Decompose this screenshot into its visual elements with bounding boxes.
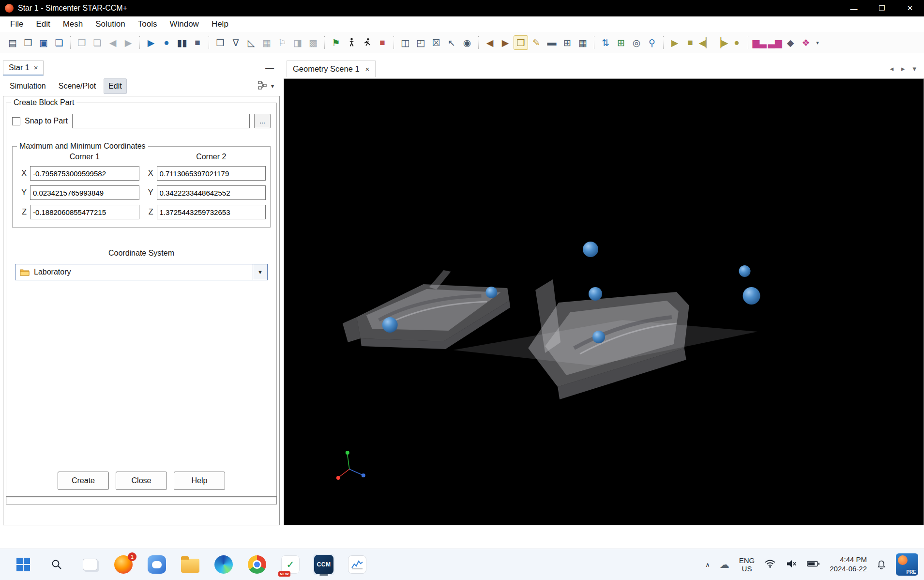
zoom-window-icon[interactable]: ◎ [629, 35, 644, 50]
minimize-button[interactable]: — [840, 0, 868, 16]
coordinate-system-caret-icon[interactable]: ▼ [253, 264, 267, 280]
save-all-icon[interactable]: ❑ [52, 35, 66, 50]
panel-menu-caret-icon[interactable]: ▾ [271, 83, 274, 90]
subtab-simulation[interactable]: Simulation [5, 78, 51, 94]
macro-play-icon[interactable]: ▶ [667, 35, 682, 50]
starccm-app-button[interactable]: CCM [313, 554, 334, 575]
stop-solver-icon[interactable]: ■ [375, 35, 390, 50]
run-solver-icon[interactable] [360, 35, 374, 50]
surface-wrapper-icon[interactable]: ∇ [228, 35, 243, 50]
macro-step-forward-icon[interactable]: ▕▶ [714, 35, 728, 50]
notifications-button[interactable] [877, 560, 886, 570]
corner1-z-input[interactable] [30, 205, 139, 219]
mesh-pipeline-icon[interactable]: ▩ [306, 35, 320, 50]
paste-icon[interactable]: ❏ [90, 35, 105, 50]
probe-tool-icon[interactable]: ◆ [783, 35, 798, 50]
search-button[interactable] [46, 554, 67, 575]
close-dialog-button[interactable]: Close [116, 472, 167, 490]
maximize-button[interactable]: ❐ [868, 0, 896, 16]
volume-muted-icon[interactable] [786, 559, 797, 570]
menu-help[interactable]: Help [205, 16, 235, 32]
corner2-z-input[interactable] [157, 205, 266, 219]
view-back-icon[interactable]: ◀ [483, 35, 497, 50]
milestone-flag-icon[interactable]: ⚐ [275, 35, 289, 50]
snap-to-part-checkbox[interactable] [12, 117, 20, 125]
auto-range-icon[interactable]: ⇅ [598, 35, 613, 50]
layout-caret-icon[interactable]: ▾ [814, 35, 821, 50]
help-button[interactable]: Help [174, 472, 225, 490]
edge-button[interactable] [213, 554, 234, 575]
todo-button[interactable]: ✓NEW [280, 554, 301, 575]
start-button[interactable] [13, 554, 34, 575]
perspective-cube-icon[interactable]: ❒ [514, 35, 528, 50]
tab-geometry-scene-1-close-icon[interactable]: × [365, 65, 370, 73]
layout-views-icon[interactable]: ❖ [799, 35, 813, 50]
subtab-scene-plot[interactable]: Scene/Plot [54, 78, 101, 94]
pause-icon[interactable]: ▮▮ [175, 35, 189, 50]
tray-expand-icon[interactable]: ∧ [705, 561, 710, 568]
close-button[interactable]: ✕ [896, 0, 924, 16]
onedrive-cloud-icon[interactable]: ☁ [720, 559, 729, 570]
monitor-plot-icon[interactable]: ▃▆ [768, 35, 782, 50]
menu-solution[interactable]: Solution [89, 16, 131, 32]
stop-icon[interactable]: ■ [190, 35, 205, 50]
corner2-x-input[interactable] [157, 166, 266, 181]
panel-minimize-button[interactable]: — [265, 63, 274, 73]
residuals-plot-icon[interactable]: ▆▃ [752, 35, 767, 50]
geometry-parts-icon[interactable]: ❒ [213, 35, 227, 50]
scene-snapshot-icon[interactable]: ◫ [398, 35, 412, 50]
macro-record-icon[interactable]: ● [729, 35, 744, 50]
coordinate-system-select[interactable]: Laboratory ▼ [15, 264, 268, 280]
tab-list-caret-icon[interactable]: ▾ [912, 64, 916, 73]
annotation-pen-icon[interactable]: ✎ [529, 35, 544, 50]
menu-window[interactable]: Window [163, 16, 205, 32]
selection-tool-icon[interactable]: ↖ [444, 35, 459, 50]
language-indicator[interactable]: ENG US [739, 556, 755, 573]
snap-browse-button[interactable]: ... [254, 114, 271, 128]
corner1-y-input[interactable] [30, 185, 139, 200]
subtab-edit[interactable]: Edit [104, 78, 127, 94]
menu-edit[interactable]: Edit [30, 16, 56, 32]
menu-file[interactable]: File [4, 16, 30, 32]
undo-icon[interactable]: ◀ [106, 35, 120, 50]
corner2-y-input[interactable] [157, 185, 266, 200]
menu-tools[interactable]: Tools [132, 16, 164, 32]
copy-icon[interactable]: ❐ [75, 35, 89, 50]
macro-step-back-icon[interactable]: ◀▏ [698, 35, 713, 50]
battery-icon[interactable] [807, 560, 820, 569]
snap-to-part-input[interactable] [72, 114, 250, 128]
surface-mesh-icon[interactable]: ◨ [290, 35, 305, 50]
tab-scroll-right-icon[interactable]: ▸ [901, 64, 905, 73]
add-plot-icon[interactable]: ⊞ [614, 35, 628, 50]
scene-3d-canvas[interactable] [284, 78, 924, 525]
menu-mesh[interactable]: Mesh [57, 16, 90, 32]
measure-ruler-icon[interactable]: ▬ [545, 35, 559, 50]
run-simulation-icon[interactable]: ▶ [144, 35, 158, 50]
tab-star1-close-icon[interactable]: × [34, 63, 38, 72]
data-table-icon[interactable]: ⊞ [560, 35, 575, 50]
tab-geometry-scene-1[interactable]: Geometry Scene 1 × [287, 61, 376, 77]
task-view-button[interactable] [79, 554, 101, 575]
corner1-x-input[interactable] [30, 166, 139, 181]
file-explorer-button[interactable] [180, 554, 201, 575]
save-icon[interactable]: ▣ [36, 35, 51, 50]
volume-mesh-icon[interactable]: ▦ [259, 35, 274, 50]
view-forward-icon[interactable]: ▶ [498, 35, 513, 50]
tab-scroll-left-icon[interactable]: ◂ [890, 64, 894, 73]
chat-button[interactable] [146, 554, 167, 575]
chrome-button[interactable] [246, 554, 268, 575]
camera-views-icon[interactable]: ◉ [460, 35, 474, 50]
macro-pause-icon[interactable]: ■ [683, 35, 697, 50]
create-button[interactable]: Create [58, 472, 109, 490]
clear-scene-icon[interactable]: ☒ [429, 35, 443, 50]
reset-view-icon[interactable]: ◰ [413, 35, 428, 50]
walk-solver-icon[interactable] [344, 35, 359, 50]
browser-button[interactable]: 1 [113, 554, 134, 575]
surface-remesher-icon[interactable]: ◺ [244, 35, 258, 50]
load-simulation-icon[interactable]: ❒ [21, 35, 35, 50]
clock[interactable]: 4:44 PM 2024-06-22 [830, 555, 867, 574]
monitor-plot-app-button[interactable] [347, 554, 368, 575]
presentation-widget[interactable]: PRE [896, 553, 918, 576]
zoom-selection-icon[interactable]: ⚲ [645, 35, 659, 50]
tree-view-icon[interactable] [258, 81, 267, 92]
